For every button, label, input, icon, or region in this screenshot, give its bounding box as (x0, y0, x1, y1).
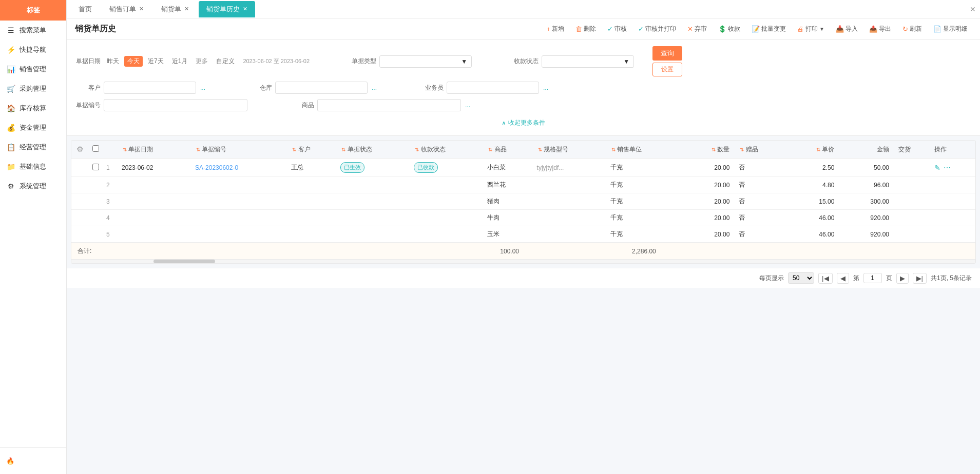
cell-gear (71, 226, 88, 243)
sidebar-item-purchase-mgmt[interactable]: 🛒 采购管理 (0, 79, 66, 98)
tab-sales-goods[interactable]: 销货单 ✕ (153, 1, 197, 17)
tab-close-sales-history[interactable]: ✕ (243, 6, 247, 12)
filter-date: 单据日期 昨天 今天 近7天 近1月 更多 自定义 2023-06-02 至 2… (75, 56, 310, 67)
filter-doc-type: 单据类型 ▼ (351, 55, 472, 68)
filter-salesperson: 业务员 ... (418, 82, 548, 94)
col-gift[interactable]: ⇅ 赠品 (736, 141, 785, 159)
cell-customer (288, 193, 337, 210)
audit-print-button[interactable]: ✓ 审核并打印 (634, 23, 680, 35)
col-doc-status[interactable]: ⇅ 单据状态 (337, 141, 411, 159)
page-size-select[interactable]: 50 100 (788, 272, 814, 284)
collapse-button[interactable]: ∧ 收起更多条件 (499, 116, 547, 129)
sidebar: 标签 ☰ 搜索菜单 ⚡ 快捷导航 📊 销售管理 🛒 采购管理 🏠 库存核算 💰 … (0, 0, 67, 474)
first-page-btn[interactable]: |◀ (818, 273, 832, 284)
col-unit-price[interactable]: ⇅ 单价 (785, 141, 841, 159)
row-checkbox[interactable] (92, 164, 99, 170)
doc-num-input[interactable] (104, 99, 247, 111)
salesperson-input[interactable] (447, 82, 539, 94)
cell-goods: 牛肉 (484, 210, 533, 226)
cell-sales-unit: 千克 (607, 210, 681, 226)
customer-input[interactable] (104, 82, 196, 94)
sidebar-item-inventory-calc[interactable]: 🏠 库存核算 (0, 98, 66, 118)
edit-op-btn[interactable]: ✎ (934, 164, 940, 172)
tab-close-sales-order[interactable]: ✕ (139, 6, 144, 12)
btn-1month[interactable]: 近1月 (169, 56, 191, 67)
sidebar-bottom-btn1[interactable]: 🔥 (0, 452, 66, 470)
goods-dots-btn[interactable]: ... (465, 102, 470, 109)
page-num-input[interactable] (863, 273, 882, 283)
cell-qty: 20.00 (680, 193, 736, 210)
warehouse-label: 仓库 (246, 84, 272, 92)
col-pay-status[interactable]: ⇅ 收款状态 (411, 141, 484, 159)
tab-home[interactable]: 首页 (71, 1, 100, 17)
doc-num-link[interactable]: SA-20230602-0 (195, 164, 238, 171)
col-sales-unit[interactable]: ⇅ 销售单位 (607, 141, 681, 159)
sidebar-item-sales-mgmt[interactable]: 📊 销售管理 (0, 60, 66, 79)
prev-page-btn[interactable]: ◀ (837, 273, 849, 284)
set-button[interactable]: 设置 (652, 63, 682, 76)
cell-doc-num: SA-20230602-0 (192, 159, 288, 177)
audit-icon: ✓ (607, 25, 613, 33)
new-icon: + (547, 25, 551, 33)
abandon-button[interactable]: ✕ 弃审 (683, 23, 711, 35)
print-button[interactable]: 🖨 打印 ▼ (793, 23, 829, 35)
sidebar-item-search-menu[interactable]: ☰ 搜索菜单 (0, 21, 66, 40)
delete-button[interactable]: 🗑 删除 (571, 23, 600, 35)
batch-change-button[interactable]: 📝 批量变更 (747, 23, 790, 35)
horizontal-scrollbar[interactable] (71, 259, 975, 263)
sidebar-item-fund-mgmt[interactable]: 💰 资金管理 (0, 118, 66, 137)
next-page-btn[interactable]: ▶ (896, 273, 909, 284)
tab-sales-order[interactable]: 销售订单 ✕ (102, 1, 151, 17)
import-button[interactable]: 📥 导入 (832, 23, 862, 35)
col-customer[interactable]: ⇅ 客户 (288, 141, 337, 159)
show-detail-button[interactable]: 📄 显示明细 (929, 23, 972, 35)
gear-icon[interactable]: ⚙ (76, 145, 83, 153)
btn-7days[interactable]: 近7天 (145, 56, 167, 67)
select-all-checkbox[interactable] (92, 145, 99, 152)
tab-sales-history[interactable]: 销货单历史 ✕ (199, 1, 255, 17)
audit-button[interactable]: ✓ 审核 (603, 23, 631, 35)
last-page-btn[interactable]: ▶| (913, 273, 927, 284)
col-goods[interactable]: ⇅ 商品 (484, 141, 533, 159)
scrollbar-thumb[interactable] (153, 260, 215, 263)
col-qty[interactable]: ⇅ 数量 (680, 141, 736, 159)
table-row: 2 西兰花 千克 20.00 否 4.80 96.00 (71, 177, 975, 193)
new-button[interactable]: + 新增 (543, 23, 569, 35)
doc-type-select[interactable]: ▼ (379, 55, 472, 68)
cell-gift: 否 (736, 226, 785, 243)
refresh-button[interactable]: ↻ 刷新 (898, 23, 926, 35)
cell-checkbox (88, 159, 103, 177)
goods-input[interactable] (317, 99, 461, 111)
warehouse-dots-btn[interactable]: ... (372, 84, 377, 91)
sidebar-item-system-mgmt[interactable]: ⚙ 系统管理 (0, 176, 66, 196)
btn-today[interactable]: 今天 (124, 56, 143, 67)
btn-custom[interactable]: 自定义 (213, 56, 238, 67)
sidebar-item-quick-nav[interactable]: ⚡ 快捷导航 (0, 40, 66, 60)
cell-qty: 20.00 (680, 226, 736, 243)
inventory-icon: 🏠 (6, 104, 15, 113)
sidebar-item-operation-mgmt[interactable]: 📋 经营管理 (0, 137, 66, 157)
col-doc-num[interactable]: ⇅ 单据编号 (192, 141, 288, 159)
filter-customer: 客户 ... (75, 82, 205, 94)
col-spec[interactable]: ⇅ 规格型号 (534, 141, 607, 159)
cell-goods: 玉米 (484, 226, 533, 243)
refresh-icon: ↻ (902, 25, 908, 33)
collect-button[interactable]: 💲 收款 (714, 23, 744, 35)
warehouse-input[interactable] (275, 82, 368, 94)
pay-status-select[interactable]: ▼ (542, 55, 634, 68)
tab-close-all-btn[interactable]: ✕ (970, 5, 976, 13)
summary-qty-total: 100.00 (500, 248, 519, 255)
btn-yesterday[interactable]: 昨天 (104, 56, 122, 67)
customer-dots-btn[interactable]: ... (200, 84, 205, 91)
btn-more[interactable]: 更多 (193, 56, 211, 67)
sidebar-item-basic-info[interactable]: 📁 基础信息 (0, 157, 66, 176)
more-op-btn[interactable]: ⋯ (944, 164, 951, 172)
cell-qty: 20.00 (680, 159, 736, 177)
tab-close-sales-goods[interactable]: ✕ (184, 6, 189, 12)
cell-doc-status: 已生效 (337, 159, 411, 177)
salesperson-dots-btn[interactable]: ... (543, 84, 548, 91)
col-doc-date[interactable]: ⇅ 单据日期 (119, 141, 192, 159)
query-button[interactable]: 查询 (652, 46, 682, 61)
summary-amount-total: 2,286.00 (632, 248, 656, 255)
export-button[interactable]: 📤 导出 (865, 23, 895, 35)
